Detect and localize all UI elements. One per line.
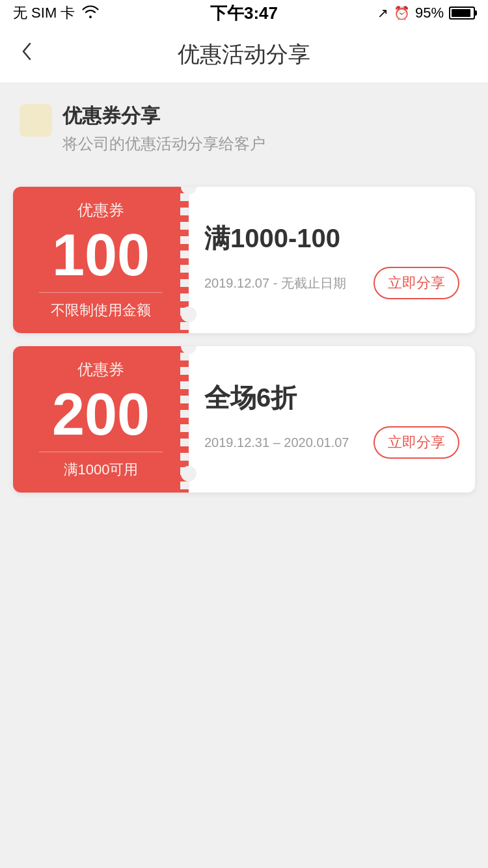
page-title: 优惠活动分享: [178, 40, 310, 70]
coupon-amount-1: 100: [52, 226, 150, 284]
status-left: 无 SIM 卡: [13, 3, 100, 23]
battery-bar: [449, 7, 475, 20]
coupon-share-icon: 🎫: [20, 104, 52, 137]
section-text: 优惠券分享 将公司的优惠活动分享给客户: [62, 103, 265, 154]
coupon-name-2: 全场6折: [204, 380, 459, 416]
battery-fill: [452, 9, 470, 17]
coupon-right-1: 满1000-100 2019.12.07 - 无截止日期 立即分享: [189, 187, 475, 333]
coupon-card-1: 优惠券 100 不限制使用金额 满1000-100 2019.12.07 - 无…: [13, 187, 475, 333]
coupon-label-2: 优惠券: [77, 359, 124, 380]
nav-bar: 优惠活动分享: [0, 26, 488, 83]
coupon-date-2: 2019.12.31 – 2020.01.07: [204, 435, 349, 450]
coupon-divider-1: [39, 292, 163, 293]
wifi-icon: [81, 4, 100, 22]
share-button-1[interactable]: 立即分享: [373, 267, 459, 299]
coupon-left-2: 优惠券 200 满1000可用: [13, 346, 189, 493]
coupon-label-1: 优惠券: [77, 200, 124, 221]
coupon-card-2: 优惠券 200 满1000可用 全场6折 2019.12.31 – 2020.0…: [13, 346, 475, 493]
section-header: 🎫 优惠券分享 将公司的优惠活动分享给客户: [0, 83, 488, 167]
section-title: 优惠券分享: [62, 103, 265, 129]
coupon-amount-2: 200: [52, 385, 150, 444]
coupon-condition-1: 不限制使用金额: [51, 301, 151, 320]
status-bar: 无 SIM 卡 下午3:47 ↗ ⏰ 95%: [0, 0, 488, 26]
status-time: 下午3:47: [210, 2, 278, 25]
empty-area: [0, 519, 488, 844]
coupon-condition-2: 满1000可用: [64, 460, 139, 480]
coupon-meta-2: 2019.12.31 – 2020.01.07 立即分享: [204, 426, 459, 459]
carrier-text: 无 SIM 卡: [13, 3, 75, 23]
coupon-meta-1: 2019.12.07 - 无截止日期 立即分享: [204, 267, 459, 299]
back-button[interactable]: [20, 38, 35, 70]
coupon-list: 优惠券 100 不限制使用金额 满1000-100 2019.12.07 - 无…: [0, 167, 488, 519]
section-subtitle: 将公司的优惠活动分享给客户: [62, 133, 265, 154]
share-button-2[interactable]: 立即分享: [373, 426, 459, 459]
coupon-name-1: 满1000-100: [204, 221, 459, 256]
status-right: ↗ ⏰ 95%: [377, 5, 475, 21]
battery-percent: 95%: [415, 5, 444, 21]
coupon-left-1: 优惠券 100 不限制使用金额: [13, 187, 189, 333]
coupon-divider-2: [39, 452, 163, 452]
svg-rect-0: [20, 104, 52, 137]
coupon-right-2: 全场6折 2019.12.31 – 2020.01.07 立即分享: [189, 346, 475, 493]
alarm-icon: ⏰: [394, 5, 410, 21]
coupon-date-1: 2019.12.07 - 无截止日期: [204, 275, 346, 292]
location-icon: ↗: [377, 5, 388, 21]
